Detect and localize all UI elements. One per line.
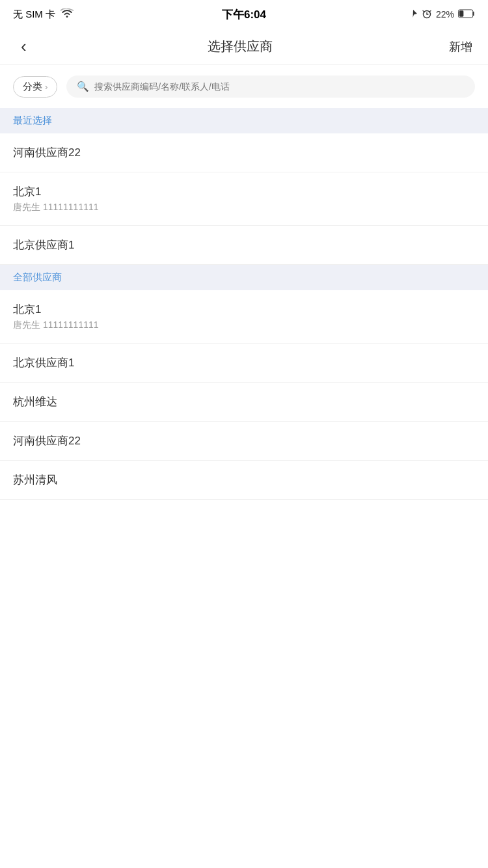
wifi-icon	[61, 8, 74, 20]
list-item[interactable]: 杭州维达	[0, 383, 488, 422]
list-item[interactable]: 北京1 唐先生 11111111111	[0, 290, 488, 344]
list-item[interactable]: 北京1 唐先生 11111111111	[0, 172, 488, 226]
alarm-icon	[422, 8, 432, 21]
category-filter-button[interactable]: 分类 ›	[13, 76, 57, 98]
nav-bar: ‹ 选择供应商 新增	[0, 29, 488, 65]
svg-rect-3	[459, 10, 464, 16]
item-name: 河南供应商22	[13, 145, 475, 160]
search-icon: 🔍	[77, 81, 89, 92]
no-sim-text: 无 SIM 卡	[13, 8, 55, 21]
back-button[interactable]: ‹	[16, 34, 32, 59]
recent-items-list: 河南供应商22 北京1 唐先生 11111111111 北京供应商1	[0, 133, 488, 265]
status-right: 22%	[409, 8, 475, 21]
list-item[interactable]: 河南供应商22	[0, 133, 488, 172]
location-icon	[409, 9, 418, 20]
chevron-right-icon: ›	[45, 82, 47, 92]
status-bar: 无 SIM 卡 下午6:04	[0, 0, 488, 29]
item-name: 苏州清风	[13, 472, 475, 487]
list-item[interactable]: 北京供应商1	[0, 344, 488, 383]
all-section-header: 全部供应商	[0, 265, 488, 290]
search-input[interactable]	[94, 81, 465, 92]
all-section-label: 全部供应商	[13, 271, 62, 282]
list-item[interactable]: 北京供应商1	[0, 226, 488, 265]
item-name: 北京供应商1	[13, 355, 475, 370]
filter-row: 分类 › 🔍	[0, 65, 488, 108]
list-item[interactable]: 河南供应商22	[0, 422, 488, 461]
item-name: 北京供应商1	[13, 237, 475, 252]
page-title: 选择供应商	[208, 38, 273, 55]
list-item[interactable]: 苏州清风	[0, 461, 488, 500]
recent-section-header: 最近选择	[0, 108, 488, 133]
item-name: 河南供应商22	[13, 433, 475, 448]
svg-point-0	[66, 16, 68, 18]
recent-section-label: 最近选择	[13, 115, 52, 126]
add-button[interactable]: 新增	[449, 39, 472, 55]
status-time: 下午6:04	[222, 7, 266, 22]
item-name: 北京1	[13, 302, 475, 317]
category-label: 分类	[23, 81, 42, 93]
battery-percent: 22%	[436, 9, 454, 20]
item-name: 北京1	[13, 184, 475, 199]
all-items-list: 北京1 唐先生 11111111111 北京供应商1 杭州维达 河南供应商22 …	[0, 290, 488, 500]
search-box[interactable]: 🔍	[66, 75, 475, 98]
status-left: 无 SIM 卡	[13, 8, 74, 21]
item-name: 杭州维达	[13, 394, 475, 409]
battery-icon	[458, 9, 475, 20]
item-contact: 唐先生 11111111111	[13, 319, 475, 331]
item-contact: 唐先生 11111111111	[13, 202, 475, 213]
